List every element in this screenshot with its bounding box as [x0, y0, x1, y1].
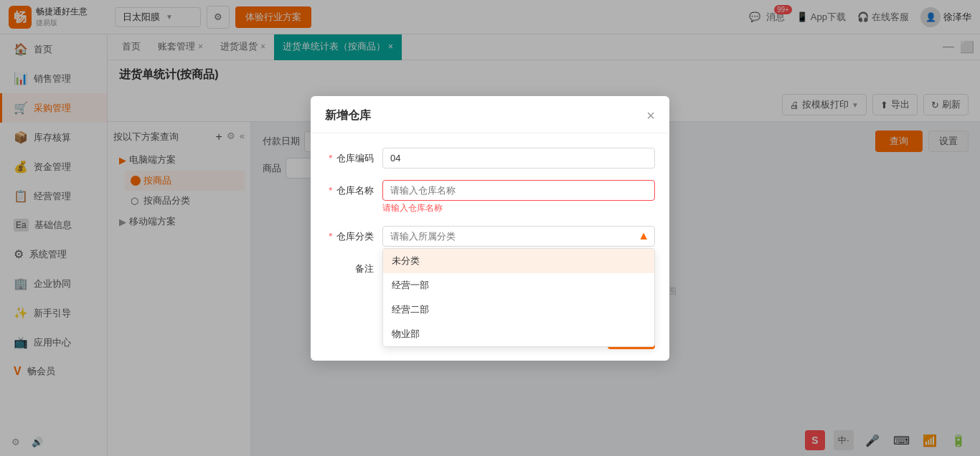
code-label-text: 仓库编码 [336, 153, 374, 163]
modal-title: 新增仓库 [325, 108, 371, 123]
category-option-3[interactable]: 物业部 [383, 322, 654, 346]
code-control [382, 148, 655, 168]
category-control: ▲ 未分类 经营一部 经营二部 物业部 [382, 226, 655, 247]
code-label: * 仓库编码 [325, 148, 382, 165]
form-row-category: * 仓库分类 ▲ 未分类 经营一部 经营二部 物业部 [325, 226, 655, 247]
name-label-text: 仓库名称 [336, 185, 374, 196]
category-option-0[interactable]: 未分类 [383, 249, 654, 273]
form-row-name: * 仓库名称 请输入仓库名称 [325, 180, 655, 214]
category-input[interactable] [382, 226, 655, 247]
category-arrow-icon[interactable]: ▲ [638, 229, 649, 242]
name-error-msg: 请输入仓库名称 [382, 202, 655, 214]
category-label: * 仓库分类 [325, 226, 382, 243]
name-label: * 仓库名称 [325, 180, 382, 197]
category-option-2[interactable]: 经营二部 [383, 298, 654, 322]
code-input[interactable] [382, 148, 655, 168]
category-label-text: 仓库分类 [336, 231, 374, 242]
category-option-1[interactable]: 经营一部 [383, 273, 654, 298]
modal-header: 新增仓库 × [311, 96, 669, 133]
note-label: 备注 [325, 258, 382, 275]
category-dropdown: 未分类 经营一部 经营二部 物业部 [382, 248, 655, 347]
name-input[interactable] [382, 180, 655, 201]
required-mark3: * [329, 231, 332, 242]
note-label-text: 备注 [355, 263, 374, 274]
required-mark: * [329, 153, 332, 163]
name-control: 请输入仓库名称 [382, 180, 655, 214]
form-row-code: * 仓库编码 [325, 148, 655, 168]
modal-close-button[interactable]: × [646, 108, 655, 124]
modal-body: * 仓库编码 * 仓库名称 请输入仓库名称 [311, 133, 669, 303]
modal-new-warehouse: 新增仓库 × * 仓库编码 * 仓库名称 [311, 96, 669, 361]
modal-overlay: 新增仓库 × * 仓库编码 * 仓库名称 [0, 0, 980, 456]
required-mark2: * [329, 185, 332, 196]
